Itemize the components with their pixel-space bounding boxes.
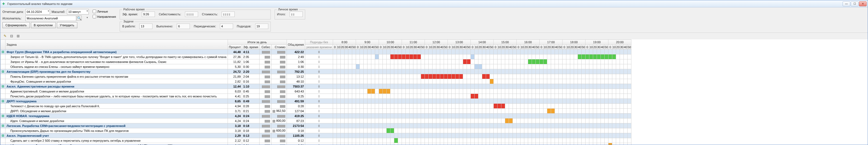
timeline-cell[interactable] — [337, 94, 341, 99]
timeline-cell[interactable] — [578, 94, 582, 99]
timeline-cell[interactable] — [356, 104, 360, 109]
timeline-cell[interactable] — [562, 138, 566, 143]
timeline-cell[interactable] — [406, 138, 409, 143]
timeline-cell[interactable] — [337, 74, 341, 79]
timeline-cell[interactable] — [429, 114, 433, 118]
timeline-cell[interactable] — [536, 114, 539, 118]
timeline-cell[interactable] — [582, 128, 586, 133]
timeline-cell[interactable] — [421, 89, 425, 94]
timeline-cell[interactable] — [364, 138, 368, 143]
timeline-cell[interactable] — [555, 128, 559, 133]
timeline-cell[interactable] — [463, 123, 467, 128]
timeline-cell[interactable] — [394, 109, 398, 114]
timeline-cell[interactable] — [436, 64, 440, 69]
timeline-cell[interactable] — [490, 114, 494, 118]
timeline-cell[interactable] — [383, 118, 386, 123]
timeline-cell[interactable] — [436, 59, 440, 64]
timeline-cell[interactable] — [375, 123, 379, 128]
timeline-cell[interactable] — [566, 114, 570, 118]
timeline-cell[interactable] — [616, 114, 620, 118]
timeline-cell[interactable] — [521, 50, 524, 54]
timeline-cell[interactable] — [521, 114, 524, 118]
timeline-cell[interactable] — [539, 64, 544, 69]
timeline-cell[interactable] — [402, 64, 406, 69]
timeline-cell[interactable] — [486, 109, 490, 114]
timeline-cell[interactable] — [528, 123, 532, 128]
timeline-cell[interactable] — [391, 79, 394, 84]
timeline-cell[interactable] — [524, 50, 528, 54]
timeline-cell[interactable] — [448, 59, 452, 64]
timeline-cell[interactable] — [616, 54, 620, 59]
timeline-cell[interactable] — [478, 118, 482, 123]
timeline-cell[interactable] — [555, 143, 559, 145]
timeline-cell[interactable] — [402, 59, 406, 64]
timeline-cell[interactable] — [402, 114, 406, 118]
timeline-cell[interactable] — [551, 54, 555, 59]
timeline-cell[interactable] — [616, 118, 620, 123]
timeline-cell[interactable] — [394, 54, 398, 59]
timeline-cell[interactable] — [604, 59, 609, 64]
timeline-cell[interactable] — [620, 128, 624, 133]
timeline-cell[interactable] — [597, 79, 601, 84]
timeline-cell[interactable] — [348, 74, 352, 79]
timeline-cell[interactable] — [444, 54, 448, 59]
timeline-cell[interactable] — [586, 69, 589, 74]
timeline-cell[interactable] — [459, 94, 463, 99]
timeline-cell[interactable] — [624, 128, 627, 133]
timeline-cell[interactable] — [570, 69, 574, 74]
timeline-cell[interactable] — [421, 109, 425, 114]
timeline-cell[interactable] — [413, 84, 417, 89]
timeline-cell[interactable] — [471, 94, 474, 99]
timeline-cell[interactable] — [356, 118, 360, 123]
timeline-cell[interactable] — [436, 54, 440, 59]
timeline-cell[interactable] — [566, 79, 570, 84]
timeline-cell[interactable] — [536, 128, 539, 133]
timeline-cell[interactable] — [566, 69, 570, 74]
timeline-cell[interactable] — [482, 109, 486, 114]
timeline-cell[interactable] — [456, 109, 459, 114]
timeline-cell[interactable] — [371, 109, 375, 114]
timeline-cell[interactable] — [406, 59, 409, 64]
timeline-cell[interactable] — [406, 109, 409, 114]
timeline-cell[interactable] — [486, 59, 490, 64]
timeline-cell[interactable] — [612, 74, 616, 79]
timeline-cell[interactable] — [402, 94, 406, 99]
timeline-cell[interactable] — [394, 84, 398, 89]
timeline-cell[interactable] — [371, 64, 375, 69]
timeline-cell[interactable] — [413, 79, 417, 84]
timeline-cell[interactable] — [539, 79, 544, 84]
timeline-cell[interactable] — [490, 84, 494, 89]
timeline-cell[interactable] — [402, 89, 406, 94]
table-row[interactable]: ФрэндОкс. Совещания и мелкие доработки2,… — [1, 79, 631, 84]
timeline-cell[interactable] — [391, 54, 394, 59]
timeline-cell[interactable] — [391, 128, 394, 133]
timeline-cell[interactable] — [463, 64, 467, 69]
timeline-cell[interactable] — [539, 109, 544, 114]
timeline-cell[interactable] — [570, 54, 574, 59]
timeline-cell[interactable] — [597, 54, 601, 59]
timeline-cell[interactable] — [604, 50, 609, 54]
timeline-cell[interactable] — [352, 143, 356, 145]
timeline-cell[interactable] — [578, 118, 582, 123]
timeline-cell[interactable] — [436, 138, 440, 143]
timeline-cell[interactable] — [505, 133, 509, 138]
timeline-cell[interactable] — [570, 104, 574, 109]
timeline-cell[interactable] — [517, 104, 521, 109]
timeline-cell[interactable] — [501, 128, 505, 133]
timeline-cell[interactable] — [463, 54, 467, 59]
timeline-cell[interactable] — [528, 89, 532, 94]
timeline-cell[interactable] — [597, 123, 601, 128]
timeline-cell[interactable] — [352, 94, 356, 99]
timeline-cell[interactable] — [406, 50, 409, 54]
timeline-cell[interactable] — [360, 123, 364, 128]
timeline-cell[interactable] — [429, 54, 433, 59]
timeline-cell[interactable] — [356, 133, 360, 138]
timeline-cell[interactable] — [482, 114, 486, 118]
timeline-cell[interactable] — [620, 94, 624, 99]
timeline-cell[interactable] — [555, 79, 559, 84]
timeline-cell[interactable] — [627, 69, 631, 74]
timeline-cell[interactable] — [597, 84, 601, 89]
timeline-cell[interactable] — [544, 79, 547, 84]
timeline-cell[interactable] — [459, 79, 463, 84]
timeline-cell[interactable] — [505, 104, 509, 109]
